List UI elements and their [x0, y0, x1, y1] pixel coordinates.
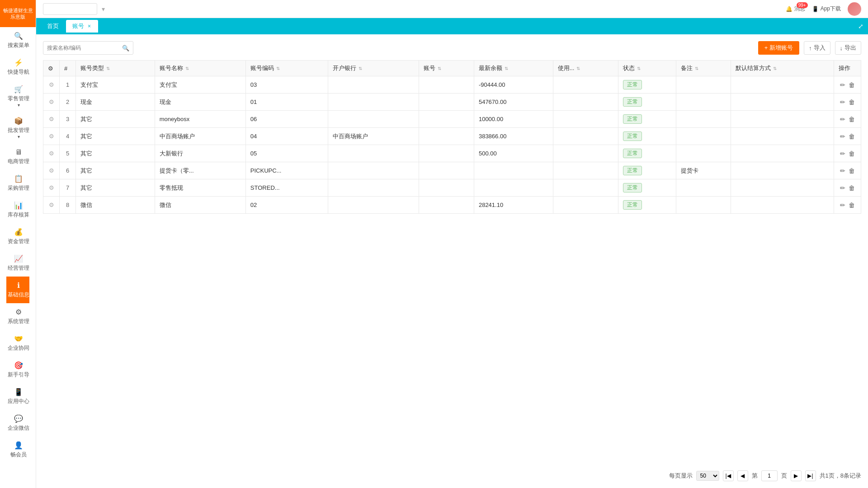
prev-page-button[interactable]: ◀: [737, 470, 748, 481]
sort-icon-status[interactable]: ⇅: [637, 66, 641, 71]
search-input[interactable]: [47, 45, 120, 51]
sidebar-item-guide[interactable]: 🎯 新手引导: [6, 357, 29, 383]
edit-button[interactable]: ✏: [839, 183, 846, 192]
tab-close-button[interactable]: ×: [87, 23, 92, 29]
edit-button[interactable]: ✏: [839, 115, 846, 124]
edit-button[interactable]: ✏: [839, 98, 846, 107]
edit-button[interactable]: ✏: [839, 149, 846, 158]
sort-icon-bank[interactable]: ⇅: [359, 66, 362, 71]
col-header-code[interactable]: 账号编码⇅: [245, 61, 328, 76]
sidebar-item-operations[interactable]: 📈 经营管理: [6, 250, 29, 277]
delete-button[interactable]: 🗑: [848, 149, 856, 158]
settings-icon[interactable]: ⚙: [49, 167, 54, 174]
sidebar-item-finance[interactable]: 💰 资金管理: [6, 223, 29, 250]
row-settings[interactable]: ⚙: [43, 94, 60, 111]
col-header-type[interactable]: 账号类型⇅: [76, 61, 155, 76]
col-header-balance[interactable]: 最新余额⇅: [474, 61, 553, 76]
row-num: 6: [60, 162, 76, 179]
sort-icon-name[interactable]: ⇅: [185, 66, 189, 71]
row-code: 06: [245, 111, 328, 128]
status-badge: 正常: [623, 131, 642, 141]
col-header-name[interactable]: 账号名称⇅: [155, 61, 245, 76]
row-settings[interactable]: ⚙: [43, 162, 60, 179]
delete-button[interactable]: 🗑: [848, 183, 856, 192]
delete-button[interactable]: 🗑: [848, 98, 856, 107]
sidebar-item-system[interactable]: ⚙ 系统管理: [6, 303, 29, 330]
sort-icon-settlement[interactable]: ⇅: [773, 66, 777, 71]
first-page-button[interactable]: |◀: [723, 470, 734, 481]
col-header-status[interactable]: 状态⇅: [618, 61, 676, 76]
add-account-button[interactable]: + 新增账号: [758, 41, 799, 55]
sort-icon-usage[interactable]: ⇅: [576, 66, 580, 71]
edit-button[interactable]: ✏: [839, 166, 846, 175]
sidebar-item-basicinfo[interactable]: ℹ 基础信息: [6, 277, 29, 303]
row-settings[interactable]: ⚙: [43, 197, 60, 214]
col-header-usage[interactable]: 使用...⇅: [553, 61, 618, 76]
chevron-down-icon[interactable]: ▾: [102, 5, 105, 13]
avatar[interactable]: [848, 2, 861, 16]
sort-icon-balance[interactable]: ⇅: [505, 66, 508, 71]
app-download-button[interactable]: 📱 App下载: [812, 5, 841, 13]
delete-button[interactable]: 🗑: [848, 132, 856, 141]
sort-icon-account[interactable]: ⇅: [438, 66, 441, 71]
sort-icon-type[interactable]: ⇅: [106, 66, 110, 71]
sort-icon-code[interactable]: ⇅: [276, 66, 280, 71]
settings-icon[interactable]: ⚙: [49, 133, 54, 140]
settings-icon[interactable]: ⚙: [49, 116, 54, 122]
delete-button[interactable]: 🗑: [848, 115, 856, 124]
notification-button[interactable]: 🔔 消息 99+: [786, 5, 805, 13]
row-account: [419, 197, 474, 214]
col-header-remark[interactable]: 备注⇅: [676, 61, 731, 76]
row-settings[interactable]: ⚙: [43, 76, 60, 94]
col-header-bank[interactable]: 开户银行⇅: [328, 61, 419, 76]
top-search-input[interactable]: [43, 3, 97, 15]
col-header-account[interactable]: 账号⇅: [419, 61, 474, 76]
row-code: 05: [245, 145, 328, 162]
delete-button[interactable]: 🗑: [848, 166, 856, 175]
col-header-settlement[interactable]: 默认结算方式⇅: [731, 61, 834, 76]
sidebar-item-agreement[interactable]: 🤝 企业协同: [6, 330, 29, 357]
tab-account[interactable]: 账号×: [66, 20, 98, 33]
row-settings[interactable]: ⚙: [43, 128, 60, 145]
search-icon[interactable]: 🔍: [122, 45, 129, 52]
sidebar-item-wholesale[interactable]: 📦 批发管理 ▾: [6, 112, 29, 144]
row-settings[interactable]: ⚙: [43, 111, 60, 128]
tab-home[interactable]: 首页: [41, 20, 65, 33]
sidebar-item-appcenter[interactable]: 📱 应用中心: [6, 383, 29, 410]
per-page-select[interactable]: 50 20 100: [696, 471, 719, 481]
row-settings[interactable]: ⚙: [43, 145, 60, 162]
edit-button[interactable]: ✏: [839, 80, 846, 89]
delete-button[interactable]: 🗑: [848, 201, 856, 210]
row-type: 其它: [76, 162, 155, 179]
delete-button[interactable]: 🗑: [848, 80, 856, 89]
sidebar-item-wechat[interactable]: 💬 企业微信: [6, 410, 29, 436]
next-page-button[interactable]: ▶: [791, 470, 802, 481]
sidebar-item-ecommerce[interactable]: 🖥 电商管理: [6, 144, 29, 170]
export-button[interactable]: ↓ 导出: [835, 41, 862, 55]
row-num: 3: [60, 111, 76, 128]
settings-icon[interactable]: ⚙: [49, 202, 54, 208]
row-bank: [328, 179, 419, 197]
page-input[interactable]: [761, 470, 778, 481]
sidebar-item-quicknav[interactable]: ⚡ 快捷导航: [6, 54, 29, 80]
sidebar-item-label: 畅会员: [10, 451, 27, 459]
row-actions: ✏ 🗑: [834, 197, 861, 214]
settings-icon[interactable]: ⚙: [49, 99, 54, 105]
sidebar-item-search[interactable]: 🔍 搜索菜单: [6, 27, 29, 54]
settings-icon[interactable]: ⚙: [49, 81, 54, 88]
edit-button[interactable]: ✏: [839, 201, 846, 210]
last-page-button[interactable]: ▶|: [805, 470, 816, 481]
settings-icon[interactable]: ⚙: [49, 150, 54, 157]
sidebar-item-purchase[interactable]: 📋 采购管理: [6, 170, 29, 197]
edit-button[interactable]: ✏: [839, 132, 846, 141]
fullscreen-button[interactable]: ⤢: [858, 23, 863, 30]
sidebar-item-retail[interactable]: 🛒 零售管理 ▾: [6, 80, 29, 112]
sidebar-item-inventory[interactable]: 📊 库存核算: [6, 197, 29, 223]
sidebar-item-member[interactable]: 👤 畅会员: [6, 436, 29, 463]
finance-icon: 💰: [14, 228, 23, 236]
search-box[interactable]: 🔍: [43, 41, 133, 55]
row-settings[interactable]: ⚙: [43, 179, 60, 197]
sort-icon-remark[interactable]: ⇅: [695, 66, 698, 71]
import-button[interactable]: ↑ 导入: [804, 41, 830, 55]
settings-icon[interactable]: ⚙: [49, 184, 54, 191]
